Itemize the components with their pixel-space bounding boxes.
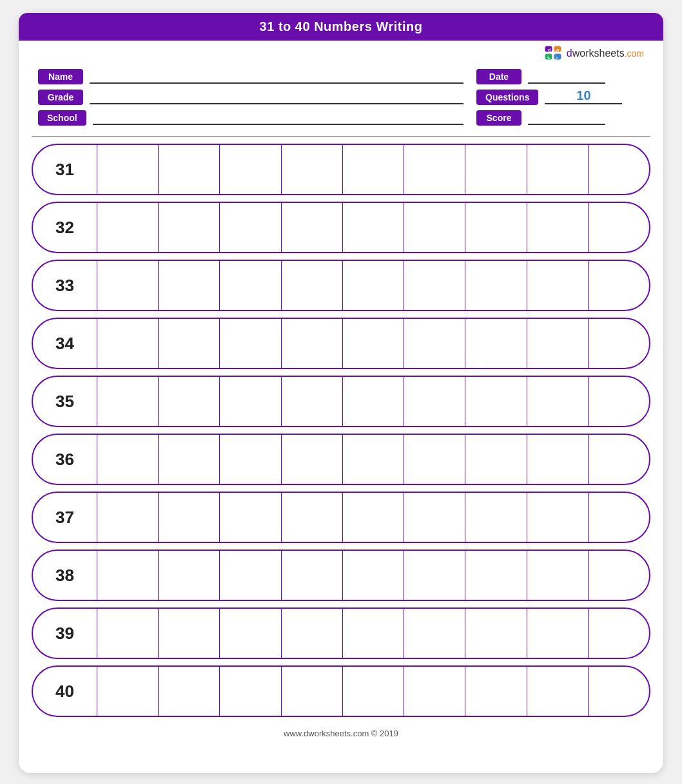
write-cell[interactable]	[589, 319, 649, 368]
write-cell[interactable]	[404, 261, 465, 310]
write-cell[interactable]	[589, 145, 649, 194]
write-cell[interactable]	[343, 377, 404, 426]
write-cell[interactable]	[404, 435, 465, 484]
date-value[interactable]	[528, 70, 605, 84]
write-cell[interactable]	[465, 203, 527, 252]
write-cell[interactable]	[97, 145, 159, 194]
write-cell[interactable]	[465, 493, 527, 542]
write-cell[interactable]	[97, 203, 159, 252]
write-cell[interactable]	[220, 203, 281, 252]
write-cell[interactable]	[97, 319, 159, 368]
write-cell[interactable]	[220, 319, 281, 368]
number-label: 35	[33, 377, 97, 426]
write-cell[interactable]	[527, 609, 589, 658]
name-input-line[interactable]	[90, 70, 463, 84]
write-cell[interactable]	[159, 377, 220, 426]
right-fields: Date Questions 10 Score	[476, 69, 644, 126]
write-cell[interactable]	[589, 261, 649, 310]
write-cell[interactable]	[589, 667, 649, 716]
write-cell[interactable]	[465, 377, 527, 426]
write-cell[interactable]	[220, 667, 281, 716]
write-cell[interactable]	[220, 435, 281, 484]
score-row: Score	[476, 110, 644, 126]
write-cell[interactable]	[343, 667, 404, 716]
write-cell[interactable]	[527, 145, 589, 194]
write-cell[interactable]	[404, 377, 465, 426]
write-cell[interactable]	[465, 319, 527, 368]
write-cell[interactable]	[220, 377, 281, 426]
write-cell[interactable]	[220, 493, 281, 542]
write-cell[interactable]	[527, 435, 589, 484]
write-cell[interactable]	[589, 435, 649, 484]
write-cell[interactable]	[282, 319, 343, 368]
grade-input-line[interactable]	[90, 90, 463, 104]
school-input-line[interactable]	[93, 111, 463, 125]
write-cell[interactable]	[282, 435, 343, 484]
write-cell[interactable]	[465, 667, 527, 716]
write-cell[interactable]	[159, 145, 220, 194]
write-cell[interactable]	[159, 435, 220, 484]
write-cell[interactable]	[527, 667, 589, 716]
write-cell[interactable]	[159, 319, 220, 368]
write-cell[interactable]	[404, 145, 465, 194]
write-cell[interactable]	[404, 551, 465, 600]
write-cell[interactable]	[97, 493, 159, 542]
write-cell[interactable]	[282, 377, 343, 426]
write-cell[interactable]	[404, 609, 465, 658]
write-cell[interactable]	[220, 551, 281, 600]
write-cell[interactable]	[527, 377, 589, 426]
write-cell[interactable]	[159, 551, 220, 600]
write-cell[interactable]	[97, 377, 159, 426]
write-cell[interactable]	[97, 261, 159, 310]
write-cell[interactable]	[589, 203, 649, 252]
write-cell[interactable]	[589, 551, 649, 600]
write-cell[interactable]	[527, 551, 589, 600]
write-cell[interactable]	[159, 609, 220, 658]
write-cell[interactable]	[282, 551, 343, 600]
write-cell[interactable]	[343, 493, 404, 542]
write-cell[interactable]	[159, 203, 220, 252]
write-cell[interactable]	[282, 203, 343, 252]
write-cell[interactable]	[97, 435, 159, 484]
write-cell[interactable]	[465, 261, 527, 310]
write-cell[interactable]	[465, 435, 527, 484]
write-cell[interactable]	[343, 261, 404, 310]
write-cell[interactable]	[404, 319, 465, 368]
write-cell[interactable]	[589, 493, 649, 542]
write-cell[interactable]	[589, 377, 649, 426]
write-cell[interactable]	[343, 203, 404, 252]
write-cell[interactable]	[97, 551, 159, 600]
write-cell[interactable]	[404, 667, 465, 716]
write-cell[interactable]	[527, 203, 589, 252]
write-cell[interactable]	[527, 319, 589, 368]
write-cell[interactable]	[97, 609, 159, 658]
write-cell[interactable]	[282, 261, 343, 310]
write-cell[interactable]	[159, 667, 220, 716]
write-cell[interactable]	[159, 493, 220, 542]
write-cell[interactable]	[220, 145, 281, 194]
write-cell[interactable]	[343, 609, 404, 658]
write-cell[interactable]	[220, 261, 281, 310]
write-cell[interactable]	[282, 667, 343, 716]
write-cell[interactable]	[465, 145, 527, 194]
write-cell[interactable]	[465, 551, 527, 600]
write-cell[interactable]	[343, 551, 404, 600]
write-cell[interactable]	[282, 145, 343, 194]
write-cell[interactable]	[282, 609, 343, 658]
score-value[interactable]	[528, 111, 605, 125]
write-cell[interactable]	[220, 609, 281, 658]
write-cell[interactable]	[282, 493, 343, 542]
write-cell[interactable]	[527, 261, 589, 310]
write-cell[interactable]	[589, 609, 649, 658]
divider	[32, 136, 650, 137]
write-cell[interactable]	[97, 667, 159, 716]
write-cell[interactable]	[159, 261, 220, 310]
write-cell[interactable]	[527, 493, 589, 542]
write-cell[interactable]	[404, 203, 465, 252]
write-cell[interactable]	[343, 435, 404, 484]
write-cell[interactable]	[343, 145, 404, 194]
grade-row: Grade	[38, 90, 463, 105]
write-cell[interactable]	[404, 493, 465, 542]
write-cell[interactable]	[465, 609, 527, 658]
write-cell[interactable]	[343, 319, 404, 368]
